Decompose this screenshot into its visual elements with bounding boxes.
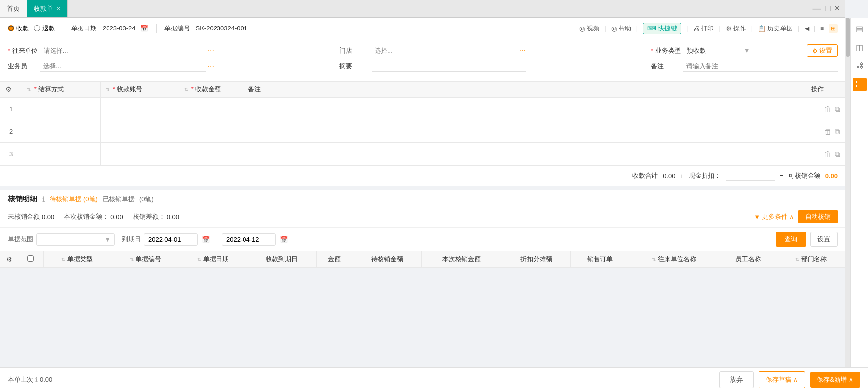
btn-ops[interactable]: ⚙ 操作 xyxy=(726,24,746,33)
cell-account-3[interactable] xyxy=(101,143,179,166)
summary-input[interactable] xyxy=(372,61,526,72)
cell-account-2[interactable] xyxy=(101,120,179,143)
biz-type-label: * 业务类型 xyxy=(651,46,681,55)
btn-shortcut[interactable]: ⌨ 快捷键 xyxy=(643,23,681,34)
cell-amount-2[interactable] xyxy=(179,120,243,143)
range-select[interactable]: ▼ xyxy=(36,233,115,246)
more-conditions-btn[interactable]: ▼ 更多条件 ∧ xyxy=(754,212,794,221)
partner-label: * 往来单位 xyxy=(8,46,38,55)
delete-row-2[interactable]: 🗑 xyxy=(824,127,832,136)
hexiao-table-header: ⚙ ⇅ 单据类型 ⇅ 单据编号 ⇅ 单据日期 xyxy=(0,251,845,268)
col-bill-type: ⇅ 单据类型 xyxy=(43,251,111,268)
radio-tuikuan-label: 退款 xyxy=(42,24,55,33)
cell-settle-3[interactable] xyxy=(22,143,101,166)
maximize-icon[interactable]: □ xyxy=(825,3,831,14)
table-container: ⚙ ⇅ * 结算方式 ⇅ * 收款账号 ⇅ xyxy=(0,81,845,166)
radio-tuikuan[interactable]: 退款 xyxy=(34,24,55,33)
tab-receipt[interactable]: 收款单 × xyxy=(27,0,68,17)
btn-help[interactable]: ◎ 帮助 xyxy=(611,24,631,33)
remark-input[interactable] xyxy=(683,61,838,72)
hexiao-settings-btn[interactable]: 设置 xyxy=(810,232,838,247)
table-header-row: ⚙ ⇅ * 结算方式 ⇅ * 收款账号 ⇅ xyxy=(0,82,845,98)
staff-input[interactable] xyxy=(40,61,206,72)
cell-amount-1[interactable] xyxy=(179,98,243,120)
tab-done-label: 已核销单据 xyxy=(103,195,135,204)
calendar-icon[interactable]: 📅 xyxy=(140,25,148,32)
biz-type-field: * 业务类型 预收款 ▼ ⚙ 设置 xyxy=(651,44,838,57)
save-new-btn[interactable]: 保存&新增 ∧ xyxy=(810,372,860,388)
sidebar-icon-capture[interactable]: ⛶ xyxy=(853,78,867,91)
copy-row-3[interactable]: ⧉ xyxy=(835,150,840,159)
stat1-label: 未核销金额 xyxy=(8,212,40,221)
view-grid-icon[interactable]: ⊞ xyxy=(829,24,838,33)
bill-date-value: 2023-03-24 xyxy=(103,25,136,32)
staff-label: 业务员 xyxy=(8,62,37,71)
biz-type-arrow: ▼ xyxy=(744,47,799,54)
nav-left-btn[interactable]: ◀ xyxy=(805,25,809,32)
staff-more-icon[interactable]: ··· xyxy=(208,62,214,70)
partner-more-icon[interactable]: ··· xyxy=(208,47,214,55)
cell-ops-2: 🗑 ⧉ xyxy=(806,120,845,143)
date-range-sep: — xyxy=(213,236,219,243)
sidebar-icon-panel[interactable]: ◫ xyxy=(853,40,867,54)
table-row: 2 🗑 ⧉ xyxy=(0,120,845,143)
view-list-icon[interactable]: ≡ xyxy=(820,25,824,32)
discount-input[interactable] xyxy=(726,171,775,181)
store-input[interactable] xyxy=(372,45,517,56)
sidebar-icon-link[interactable]: ⛓ xyxy=(853,59,867,73)
copy-row-1[interactable]: ⧉ xyxy=(835,105,840,113)
close-icon[interactable]: × xyxy=(834,3,840,14)
btn-history[interactable]: 📋 历史单据 xyxy=(758,24,793,33)
sidebar-icon-table[interactable]: ▤ xyxy=(853,22,867,35)
calendar-to-icon[interactable]: 📅 xyxy=(280,236,288,243)
gear-icon[interactable]: ⚙ xyxy=(5,85,12,93)
biz-type-select[interactable]: 预收款 ▼ xyxy=(684,45,802,56)
query-btn[interactable]: 查询 xyxy=(776,232,806,247)
store-more-icon[interactable]: ··· xyxy=(519,47,526,55)
col-remark-header: 备注 xyxy=(243,82,806,98)
btn-print[interactable]: 🖨 打印 xyxy=(693,24,714,33)
col-checkbox-select[interactable] xyxy=(18,251,44,268)
hexiao-section-header: 核销明细 ℹ 待核销单据 (0笔) 已核销单据 (0笔) xyxy=(0,186,845,207)
tab-close-icon[interactable]: × xyxy=(57,5,60,12)
tab-pending-label: 待核销单据 xyxy=(50,195,81,204)
btn-video[interactable]: ◎ 视频 xyxy=(579,24,599,33)
copy-row-2[interactable]: ⧉ xyxy=(835,127,840,136)
row-num-2: 2 xyxy=(0,120,22,143)
delete-row-1[interactable]: 🗑 xyxy=(824,105,832,113)
col-settle-header: ⇅ * 结算方式 xyxy=(22,82,101,98)
hexiao-table: ⚙ ⇅ 单据类型 ⇅ 单据编号 ⇅ 单据日期 xyxy=(0,251,845,268)
delete-row-3[interactable]: 🗑 xyxy=(824,150,832,159)
cell-amount-3[interactable] xyxy=(179,143,243,166)
col-sales-order: 销售订单 xyxy=(571,251,629,268)
auto-cancel-btn[interactable]: 自动核销 xyxy=(798,210,838,223)
abandon-btn[interactable]: 放弃 xyxy=(719,371,754,388)
tab-pending[interactable]: 待核销单据 (0笔) xyxy=(50,195,98,204)
minimize-icon[interactable]: — xyxy=(813,3,821,14)
calendar-from-icon[interactable]: 📅 xyxy=(202,236,210,243)
hexiao-info-icon[interactable]: ℹ xyxy=(42,196,45,203)
cell-remark-3[interactable] xyxy=(243,143,806,166)
hexiao-title: 核销明细 xyxy=(8,195,37,204)
settings-button[interactable]: ⚙ 设置 xyxy=(807,44,838,57)
partner-input[interactable] xyxy=(41,45,206,56)
col-gear[interactable]: ⚙ xyxy=(0,82,22,98)
scrollbar-thumb[interactable] xyxy=(846,18,850,57)
date-from-input[interactable] xyxy=(144,233,198,246)
tab-home[interactable]: 首页 xyxy=(0,0,27,17)
select-all-checkbox[interactable] xyxy=(27,255,34,262)
cell-settle-2[interactable] xyxy=(22,120,101,143)
cell-account-1[interactable] xyxy=(101,98,179,120)
radio-shouqu[interactable]: 收款 xyxy=(8,24,29,33)
col-checkbox[interactable]: ⚙ xyxy=(0,251,18,268)
info-icon[interactable]: ℹ xyxy=(35,376,38,383)
remark-label: 备注 xyxy=(651,62,680,71)
cell-settle-1[interactable] xyxy=(22,98,101,120)
date-to-input[interactable] xyxy=(222,233,276,246)
cell-remark-2[interactable] xyxy=(243,120,806,143)
gear-icon-2[interactable]: ⚙ xyxy=(6,256,12,263)
scrollbar-track xyxy=(845,18,850,367)
save-draft-btn[interactable]: 保存草稿 ∧ xyxy=(759,371,805,388)
cell-remark-1[interactable] xyxy=(243,98,806,120)
col-bill-no: ⇅ 单据编号 xyxy=(111,251,179,268)
